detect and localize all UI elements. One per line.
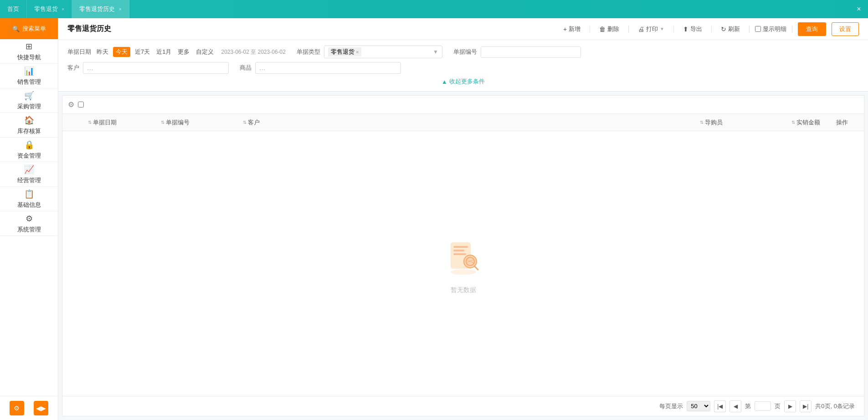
sidebar-item-inventory-check[interactable]: 🏠 库存核算 [0, 113, 58, 138]
show-detail-label: 显示明细 [763, 25, 786, 33]
sidebar-item-sales-mgmt[interactable]: 📊 销售管理 [0, 64, 58, 88]
sidebar-media-button[interactable]: ◀▶ [34, 401, 48, 415]
col-guide-header: ⇅ 导购员 [696, 118, 760, 127]
add-label: 新增 [569, 25, 580, 33]
refresh-button[interactable]: ↻ 刷新 [717, 23, 744, 35]
page-last-button[interactable]: ▶| [800, 400, 812, 412]
sidebar-settings-button[interactable]: ⚙ [10, 401, 24, 415]
page-title: 零售退货历史 [67, 24, 560, 34]
sidebar-item-operation-mgmt[interactable]: 📈 经营管理 [0, 162, 58, 187]
date-last1m[interactable]: 近1月 [154, 47, 173, 57]
sidebar-search[interactable]: 🔍 搜索菜单 [0, 18, 58, 39]
tab-list: 首页 零售退货 × 零售退货历史 × [0, 0, 850, 18]
sidebar-item-purchase-mgmt[interactable]: 🛒 采购管理 [0, 88, 58, 113]
total-info: 共0页, 0条记录 [815, 402, 855, 410]
sidebar-item-system-mgmt-label: 系统管理 [17, 225, 41, 234]
col-action-header: 操作 [824, 118, 860, 127]
table-area: ⚙ ⇅ 单据日期 ⇅ 单据编号 ⇅ 客户 ⇅ [62, 95, 864, 416]
goods-input[interactable]: ... [255, 62, 401, 74]
doc-type-label: 单据类型 [297, 48, 320, 56]
date-filter-group: 单据日期 昨天 今天 近7天 近1月 更多 自定义 2023-06-02 至 2… [67, 47, 286, 57]
tab-retail-return[interactable]: 零售退货 × [27, 0, 72, 18]
doc-no-input[interactable] [481, 46, 581, 58]
sidebar-item-fund-mgmt-label: 资金管理 [17, 152, 41, 160]
sort-docno-icon[interactable]: ⇅ [161, 120, 164, 125]
print-icon: 🖨 [638, 26, 644, 33]
sales-mgmt-icon: 📊 [24, 66, 34, 76]
collapse-bar[interactable]: ▲ 收起更多条件 [67, 77, 859, 86]
delete-icon: 🗑 [599, 26, 606, 33]
sidebar-item-basic-info[interactable]: 📋 基础信息 [0, 187, 58, 211]
sort-customer-icon[interactable]: ⇅ [243, 120, 247, 125]
tab-retail-return-history-close[interactable]: × [118, 6, 121, 12]
query-button[interactable]: 查询 [798, 22, 826, 36]
doc-type-filter-group: 单据类型 零售退货 × ▼ [297, 46, 442, 58]
fund-mgmt-icon: 🔒 [24, 140, 34, 150]
page-next-button[interactable]: ▶ [784, 400, 796, 412]
col-docno-header: ⇅ 单据编号 [157, 118, 239, 127]
col-docno-label: 单据编号 [166, 118, 190, 127]
col-amount-label: 实销金额 [796, 118, 820, 127]
settings-button[interactable]: 设置 [832, 22, 859, 36]
select-all-checkbox[interactable] [78, 102, 84, 108]
add-button[interactable]: + 新增 [560, 23, 584, 35]
empty-state: 暂无数据 [62, 131, 864, 396]
tab-home[interactable]: 首页 [0, 0, 27, 18]
show-detail-input[interactable] [755, 26, 761, 32]
col-customer-label: 客户 [248, 118, 260, 127]
print-button[interactable]: 🖨 打印 ▼ [634, 23, 668, 35]
page-prev-button[interactable]: ◀ [729, 400, 741, 412]
page-size-label: 每页显示 [659, 402, 683, 410]
page-number-input[interactable]: 1 [755, 401, 771, 411]
date-more[interactable]: 更多 [176, 47, 191, 57]
main-layout: 🔍 搜索菜单 ⊞ 快捷导航 📊 销售管理 🛒 采购管理 🏠 库存核算 🔒 资金管… [0, 18, 868, 420]
doc-type-tag-close[interactable]: × [356, 49, 359, 55]
tab-retail-return-history[interactable]: 零售退货历史 × [72, 0, 129, 18]
tab-retail-return-close[interactable]: × [62, 6, 64, 12]
header-actions: + 新增 🗑 删除 🖨 打印 ▼ ⬆ 导出 [560, 22, 859, 36]
divider-2 [628, 26, 629, 33]
collapse-label: 收起更多条件 [449, 77, 485, 86]
goods-filter-group: 商品 ... [240, 62, 401, 74]
sort-guide-icon[interactable]: ⇅ [700, 120, 704, 125]
content-area: 零售退货历史 + 新增 🗑 删除 🖨 打印 ▼ [58, 18, 868, 420]
sidebar-item-fund-mgmt[interactable]: 🔒 资金管理 [0, 138, 58, 162]
divider-3 [673, 26, 674, 33]
col-date-label: 单据日期 [93, 118, 117, 127]
sidebar-item-system-mgmt[interactable]: ⚙ 系统管理 [0, 211, 58, 236]
page-first-button[interactable]: |◀ [714, 400, 726, 412]
date-last7[interactable]: 近7天 [133, 47, 152, 57]
date-custom[interactable]: 自定义 [194, 47, 216, 57]
empty-text: 暂无数据 [451, 286, 476, 294]
customer-input[interactable]: ... [83, 62, 229, 74]
page-label-after: 页 [775, 402, 781, 410]
sidebar-item-quick-nav[interactable]: ⊞ 快捷导航 [0, 39, 58, 64]
divider-5 [749, 26, 750, 33]
sidebar-item-sales-mgmt-label: 销售管理 [17, 78, 41, 86]
table-settings-icon[interactable]: ⚙ [68, 100, 74, 109]
date-yesterday[interactable]: 昨天 [95, 47, 110, 57]
doc-type-input[interactable]: 零售退货 × ▼ [324, 46, 442, 58]
divider-1 [590, 26, 590, 33]
page-size-select[interactable]: 50 10 20 100 [687, 401, 710, 411]
empty-icon [441, 233, 486, 279]
export-button[interactable]: ⬆ 导出 [679, 23, 706, 35]
window-close-button[interactable]: × [850, 0, 868, 18]
operation-mgmt-icon: 📈 [24, 164, 34, 174]
svg-line-7 [474, 266, 478, 270]
date-today[interactable]: 今天 [113, 47, 130, 57]
date-range-display: 2023-06-02 至 2023-06-02 [221, 48, 285, 56]
table-header: ⇅ 单据日期 ⇅ 单据编号 ⇅ 客户 ⇅ 导购员 ⇅ 实销金额 [62, 114, 864, 131]
system-mgmt-icon: ⚙ [26, 214, 33, 224]
sort-date-icon[interactable]: ⇅ [88, 120, 92, 125]
show-detail-checkbox[interactable]: 显示明细 [755, 25, 786, 33]
print-chevron-icon: ▼ [660, 26, 664, 31]
delete-button[interactable]: 🗑 删除 [596, 23, 623, 35]
print-label: 打印 [646, 25, 658, 33]
page-label-before: 第 [745, 402, 751, 410]
sort-amount-icon[interactable]: ⇅ [791, 120, 795, 125]
doc-type-tag: 零售退货 × [328, 47, 361, 56]
filter-row-1: 单据日期 昨天 今天 近7天 近1月 更多 自定义 2023-06-02 至 2… [67, 46, 859, 58]
goods-label: 商品 [240, 64, 252, 72]
customer-filter-group: 客户 ... [67, 62, 229, 74]
